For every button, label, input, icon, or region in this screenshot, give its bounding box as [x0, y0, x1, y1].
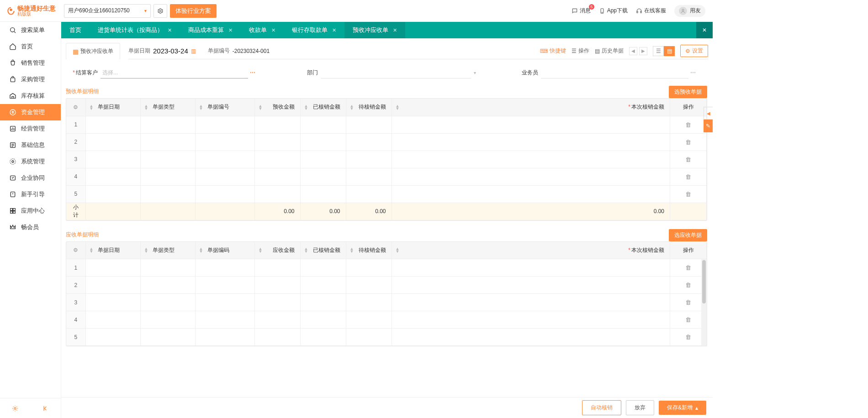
sort-icon[interactable]: ▲▼ [304, 104, 308, 110]
sidebar-item-system[interactable]: 系统管理 [0, 153, 61, 170]
trash-icon[interactable]: 🗑 [685, 282, 691, 288]
discard-button[interactable]: 放弃 [626, 400, 654, 415]
trash-icon[interactable]: 🗑 [685, 156, 691, 163]
sort-icon[interactable]: ▲▼ [304, 247, 308, 253]
shortcut-label: 快捷键 [550, 47, 566, 55]
tab-cost-recalc[interactable]: 商品成本重算✕ [180, 22, 241, 38]
save-and-new-button[interactable]: 保存&新增▴ [659, 401, 706, 415]
close-icon[interactable]: ✕ [168, 27, 172, 33]
sort-icon[interactable]: ▲▼ [199, 104, 203, 110]
sidebar-item-member[interactable]: 畅会员 [0, 219, 61, 235]
sidebar-item-search[interactable]: 搜索菜单 [0, 22, 61, 38]
tab-receipt[interactable]: 收款单✕ [241, 22, 284, 38]
trash-icon[interactable]: 🗑 [685, 316, 691, 323]
view-list-button[interactable]: ☰ [653, 46, 664, 56]
page-settings-button[interactable]: ⚙设置 [680, 45, 708, 57]
sidebar-item-appcenter[interactable]: 应用中心 [0, 203, 61, 219]
tab-prepay-offset[interactable]: 预收冲应收单✕ [344, 22, 405, 38]
more-icon[interactable]: ⋯ [690, 69, 696, 76]
pick-pre-bill-button[interactable]: 选预收单据 [669, 86, 707, 98]
more-icon[interactable]: ⋯ [250, 69, 256, 76]
sidebar-item-collab[interactable]: 企业协同 [0, 170, 61, 186]
table-row[interactable]: 2🗑 [66, 277, 707, 294]
user-menu[interactable]: 用友 [674, 5, 705, 17]
sidebar-item-basedata[interactable]: 基础信息 [0, 137, 61, 153]
trash-icon[interactable]: 🗑 [685, 264, 691, 271]
sort-icon[interactable]: ▲▼ [259, 104, 263, 110]
close-all-tabs-button[interactable]: ✕ [696, 22, 713, 38]
tab-bank[interactable]: 银行存取款单✕ [284, 22, 344, 38]
trash-icon[interactable]: 🗑 [685, 191, 691, 198]
dept-input[interactable] [321, 67, 471, 78]
customer-input[interactable] [101, 67, 248, 78]
row-num: 5 [66, 185, 85, 203]
recv-table: ⚙ ▲▼单据日期 ▲▼单据类型 ▲▼单据编码 ▲▼应收金额 ▲▼已核销金额 ▲▼… [66, 241, 707, 347]
bill-date-value[interactable]: 2023-03-24 [153, 47, 188, 55]
edge-help-button[interactable]: ✎ [704, 120, 713, 132]
sort-icon[interactable]: ▲▼ [396, 247, 400, 253]
sort-icon[interactable]: ▲▼ [350, 247, 354, 253]
close-icon[interactable]: ✕ [228, 27, 233, 33]
table-gear-icon[interactable]: ⚙ [73, 247, 78, 253]
history-label: 历史单据 [602, 47, 624, 55]
table-row[interactable]: 4🗑 [66, 168, 707, 185]
chevron-down-icon[interactable]: ▾ [474, 70, 476, 75]
table-row[interactable]: 4🗑 [66, 311, 707, 329]
trash-icon[interactable]: 🗑 [685, 299, 691, 306]
pick-recv-bill-button[interactable]: 选应收单据 [669, 229, 707, 241]
operate-button[interactable]: ☰操作 [572, 47, 589, 55]
company-settings-button[interactable] [153, 4, 167, 18]
trash-icon[interactable]: 🗑 [685, 139, 691, 146]
table-row[interactable]: 1🗑 [66, 259, 707, 277]
sort-icon[interactable]: ▲▼ [90, 104, 94, 110]
menu-icon: ☰ [572, 48, 577, 54]
sales-input[interactable] [541, 67, 688, 78]
company-select[interactable]: 用户690企业1660120750 ▾ [64, 4, 151, 18]
tab-purchase-report[interactable]: 进货单统计表（按商品）✕ [90, 22, 180, 38]
table-row[interactable]: 1🗑 [66, 116, 707, 133]
tab-home[interactable]: 首页 [61, 22, 90, 38]
scrollbar[interactable] [701, 259, 707, 346]
sidebar-item-business[interactable]: 经营管理 [0, 120, 61, 137]
close-icon[interactable]: ✕ [332, 27, 336, 33]
sidebar-item-inventory[interactable]: 库存核算 [0, 88, 61, 104]
calendar-icon[interactable]: ▥ [191, 48, 196, 54]
sidebar-item-finance[interactable]: 资金管理 [0, 104, 61, 120]
table-row[interactable]: 5🗑 [66, 329, 707, 346]
sort-icon[interactable]: ▲▼ [199, 247, 203, 253]
shortcut-button[interactable]: ⌨快捷键 [540, 47, 566, 55]
table-row[interactable]: 5🗑 [66, 185, 707, 203]
auto-verify-button[interactable]: 自动核销 [582, 400, 621, 415]
messages-button[interactable]: 消息 5 [572, 7, 591, 15]
sidebar-settings-icon[interactable] [11, 405, 19, 412]
sidebar-item-guide[interactable]: 新手引导 [0, 186, 61, 203]
close-icon[interactable]: ✕ [271, 27, 275, 33]
sidebar-item-home[interactable]: 首页 [0, 38, 61, 55]
sort-icon[interactable]: ▲▼ [396, 104, 400, 110]
sidebar-collapse-icon[interactable] [42, 405, 49, 412]
trash-icon[interactable]: 🗑 [685, 121, 691, 128]
trash-icon[interactable]: 🗑 [685, 334, 691, 340]
online-service-button[interactable]: 在线客服 [636, 7, 666, 15]
sort-icon[interactable]: ▲▼ [144, 247, 148, 253]
table-row[interactable]: 3🗑 [66, 151, 707, 168]
history-button[interactable]: ▤历史单据 [595, 47, 624, 55]
sort-icon[interactable]: ▲▼ [259, 247, 263, 253]
close-icon[interactable]: ✕ [393, 27, 397, 33]
trash-icon[interactable]: 🗑 [685, 173, 691, 180]
trial-plan-button[interactable]: 体验行业方案 [170, 4, 217, 18]
next-button[interactable]: ▶ [639, 47, 647, 55]
edge-collapse-button[interactable]: ◀ [704, 107, 713, 120]
sidebar-item-sales[interactable]: 销售管理 [0, 55, 61, 71]
collab-icon [9, 174, 16, 182]
app-download-button[interactable]: App下载 [599, 7, 628, 15]
sort-icon[interactable]: ▲▼ [350, 104, 354, 110]
view-detail-button[interactable]: ▤ [664, 46, 675, 56]
table-gear-icon[interactable]: ⚙ [73, 104, 78, 110]
table-row[interactable]: 3🗑 [66, 294, 707, 311]
sort-icon[interactable]: ▲▼ [90, 247, 94, 253]
sidebar-item-purchase[interactable]: 采购管理 [0, 71, 61, 88]
prev-button[interactable]: ◀ [629, 47, 637, 55]
sort-icon[interactable]: ▲▼ [144, 104, 148, 110]
table-row[interactable]: 2🗑 [66, 133, 707, 151]
